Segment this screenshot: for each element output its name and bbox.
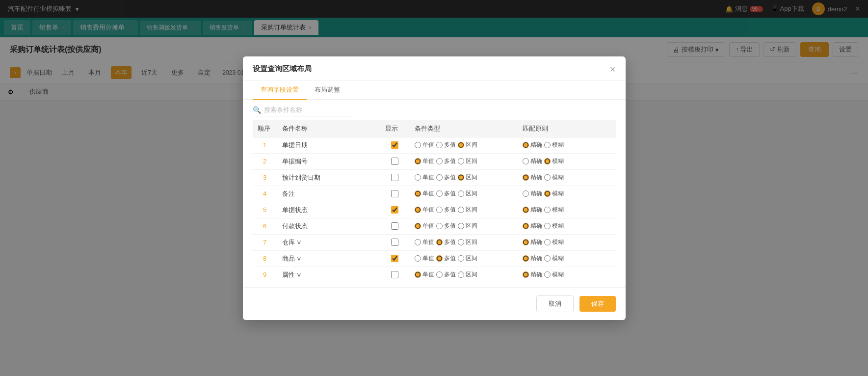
dialog: 设置查询区域布局 × 查询字段设置 布局调整 🔍 顺序 xyxy=(243,56,626,101)
tab-query-fields[interactable]: 查询字段设置 xyxy=(253,81,307,100)
modal-overlay: 设置查询区域布局 × 查询字段设置 布局调整 🔍 顺序 xyxy=(0,0,868,101)
tab-layout-adjust-label: 布局调整 xyxy=(315,86,340,93)
tab-layout-adjust[interactable]: 布局调整 xyxy=(307,81,348,100)
dialog-header: 设置查询区域布局 × xyxy=(243,56,626,81)
dialog-tabs: 查询字段设置 布局调整 xyxy=(243,81,626,100)
dialog-title: 设置查询区域布局 xyxy=(253,64,312,74)
search-area: 🔍 xyxy=(243,100,626,101)
tab-query-fields-label: 查询字段设置 xyxy=(261,86,299,93)
dialog-close-button[interactable]: × xyxy=(610,64,616,74)
